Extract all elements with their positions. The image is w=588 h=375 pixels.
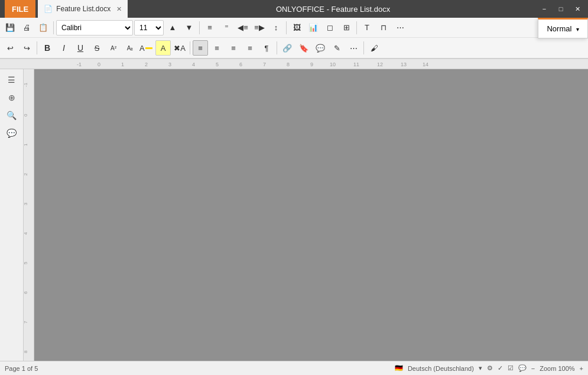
- close-button[interactable]: ✕: [571, 3, 583, 15]
- font-size-increase-button[interactable]: ▲: [165, 20, 180, 35]
- svg-text:10: 10: [330, 62, 336, 67]
- font-family-select[interactable]: Calibri: [56, 20, 133, 35]
- title-bar-left: FILE 📄 Feature List.docx ✕: [5, 0, 128, 18]
- text-color-button[interactable]: A: [139, 40, 154, 56]
- print-button[interactable]: 🖨: [19, 20, 34, 35]
- linespacing-button[interactable]: ↕: [268, 20, 284, 35]
- insert-chart-button[interactable]: 📊: [306, 20, 321, 35]
- insert-link-button[interactable]: 🔗: [280, 40, 295, 56]
- strikethrough-button[interactable]: S: [89, 40, 105, 56]
- sidebar-icon-add[interactable]: ⊕: [3, 89, 21, 106]
- subscript-button[interactable]: A₂: [122, 40, 138, 56]
- toolbar-row2: ↩ ↪ B I U S A² A₂ A A ✖A ≡ ≡ ≡ ≡ ¶ 🔗 🔖 💬…: [0, 38, 588, 58]
- insert-comment-button[interactable]: 💬: [313, 40, 328, 56]
- svg-text:5: 5: [24, 261, 28, 264]
- ruler: -1 0 1 2 3 4 5 6 7 8 9 10 11 12 13 14: [0, 59, 588, 69]
- insert-bookmark-button[interactable]: 🔖: [296, 40, 311, 56]
- svg-text:9: 9: [310, 62, 313, 67]
- sidebar-icon-comment[interactable]: 💬: [3, 125, 21, 141]
- svg-text:12: 12: [377, 62, 383, 67]
- superscript-button[interactable]: A²: [106, 40, 121, 56]
- svg-text:4: 4: [192, 62, 195, 67]
- toolbar-row1: 💾 🖨 📋 Calibri 11 ▲ ▼ ≡ ⁼ ◀≡ ≡▶ ↕ 🖼 📊 ◻ ⊞…: [0, 18, 588, 38]
- redo-button[interactable]: ↪: [19, 40, 34, 56]
- align-center-button[interactable]: ≡: [209, 40, 225, 56]
- underline-button[interactable]: U: [73, 40, 88, 56]
- svg-text:1: 1: [121, 62, 124, 67]
- style-dropdown-icon[interactable]: ▾: [576, 26, 579, 33]
- doc-tab-close[interactable]: ✕: [116, 5, 122, 13]
- svg-text:0: 0: [98, 62, 100, 67]
- svg-text:7: 7: [263, 62, 266, 67]
- increase-indent-button[interactable]: ≡▶: [252, 20, 267, 35]
- insert-shape-button[interactable]: ◻: [322, 20, 337, 35]
- doc-area: -1 0 1 2 3 4 5 6 7 8 9 Feature List: Inf…: [24, 69, 588, 361]
- highlight-color-button[interactable]: A: [155, 40, 171, 56]
- vertical-ruler: -1 0 1 2 3 4 5 6 7 8 9: [24, 69, 34, 361]
- align-justify-button[interactable]: ≡: [242, 40, 258, 56]
- align-left-button[interactable]: ≡: [193, 40, 208, 56]
- sep7: [277, 41, 277, 54]
- svg-text:2: 2: [24, 173, 28, 176]
- sidebar-icon-search[interactable]: 🔍: [3, 107, 21, 124]
- comment-icon[interactable]: 💬: [518, 364, 527, 372]
- file-tab[interactable]: FILE: [5, 0, 35, 18]
- zoom-out-button[interactable]: −: [531, 365, 535, 372]
- zoom-label: Zoom 100%: [540, 365, 574, 372]
- language-settings-icon[interactable]: ⚙: [487, 364, 493, 372]
- insert-table-button[interactable]: ⊞: [339, 20, 354, 35]
- main-area: ☰ ⊕ 🔍 💬 -1 0 1 2 3 4 5 6 7 8 9: [0, 69, 588, 361]
- language-dropdown-icon[interactable]: ▾: [479, 364, 482, 372]
- style-badge[interactable]: Normal ▾: [538, 18, 588, 38]
- paragraph-marks-button[interactable]: ¶: [259, 40, 274, 56]
- align-right-button[interactable]: ≡: [226, 40, 241, 56]
- insert-image-button[interactable]: 🖼: [289, 20, 304, 35]
- svg-text:6: 6: [239, 62, 242, 67]
- paint-format-button[interactable]: 🖌: [366, 40, 382, 56]
- font-size-decrease-button[interactable]: ▼: [181, 20, 197, 35]
- doc-tab-label: Feature List.docx: [56, 5, 111, 13]
- undo-button[interactable]: ↩: [2, 40, 18, 56]
- minimize-button[interactable]: −: [538, 3, 550, 15]
- svg-text:8: 8: [24, 350, 28, 353]
- spellcheck-icon[interactable]: ✓: [498, 364, 503, 372]
- doc-tab: 📄 Feature List.docx ✕: [38, 0, 128, 18]
- status-bar-right: 🇩🇪 Deutsch (Deutschland) ▾ ⚙ ✓ ☑ 💬 − Zoo…: [395, 364, 583, 372]
- numbered-list-button[interactable]: ⁼: [219, 20, 234, 35]
- svg-text:6: 6: [24, 291, 28, 294]
- svg-text:2: 2: [145, 62, 148, 67]
- font-size-select[interactable]: 11: [134, 20, 164, 35]
- svg-text:-1: -1: [77, 62, 82, 67]
- maximize-button[interactable]: □: [555, 3, 567, 15]
- svg-text:8: 8: [287, 62, 290, 67]
- app-title: ONLYOFFICE - Feature List.docx: [128, 5, 538, 14]
- insert-textbox-button[interactable]: T: [359, 20, 375, 35]
- insert-other-button[interactable]: ⋯: [392, 20, 408, 35]
- track-changes-button[interactable]: ✎: [329, 40, 345, 56]
- bold-button[interactable]: B: [40, 40, 55, 56]
- bullet-list-button[interactable]: ≡: [202, 20, 217, 35]
- svg-text:3: 3: [168, 62, 171, 67]
- svg-text:-1: -1: [24, 82, 28, 87]
- track-changes-status[interactable]: ☑: [508, 364, 514, 372]
- page-info: Page 1 of 5: [5, 365, 38, 372]
- italic-button[interactable]: I: [56, 40, 72, 56]
- separator2: [199, 21, 200, 34]
- svg-text:11: 11: [353, 62, 359, 67]
- sep6: [190, 41, 190, 54]
- more-toolbar-button[interactable]: ⋯: [346, 40, 361, 56]
- insert-dropcap-button[interactable]: ⊓: [376, 20, 391, 35]
- svg-text:14: 14: [423, 62, 428, 67]
- sep5: [37, 41, 37, 54]
- title-bar: FILE 📄 Feature List.docx ✕ ONLYOFFICE - …: [0, 0, 588, 18]
- clear-format-button[interactable]: ✖A: [172, 40, 187, 56]
- language-label[interactable]: Deutsch (Deutschland): [408, 365, 474, 372]
- separator3: [286, 21, 287, 34]
- copy-style-button[interactable]: 📋: [35, 20, 51, 35]
- sidebar-icon-menu[interactable]: ☰: [3, 72, 21, 88]
- separator1: [53, 21, 54, 34]
- save-button[interactable]: 💾: [2, 20, 18, 35]
- zoom-in-button[interactable]: +: [580, 365, 583, 372]
- flag-icon: 🇩🇪: [395, 364, 403, 372]
- decrease-indent-button[interactable]: ◀≡: [235, 20, 251, 35]
